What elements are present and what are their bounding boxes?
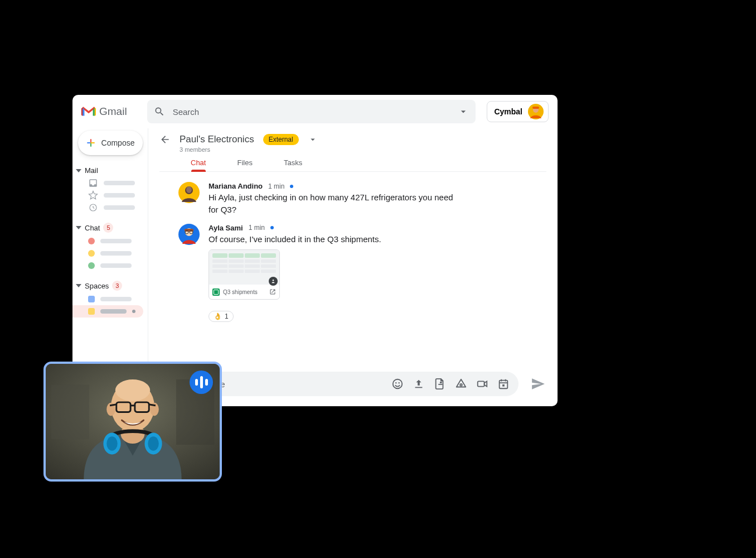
svg-point-15 xyxy=(399,382,400,383)
search-bar[interactable]: Search xyxy=(147,100,476,123)
audio-active-icon xyxy=(190,371,213,394)
send-icon[interactable] xyxy=(531,377,545,391)
brand-name: Gmail xyxy=(99,105,127,118)
status-dot-red xyxy=(88,238,95,244)
message-text: Hi Ayla, just checking in on how many 42… xyxy=(209,191,454,216)
svg-rect-19 xyxy=(502,384,505,387)
sheets-icon xyxy=(212,288,220,296)
search-placeholder: Search xyxy=(173,107,450,117)
caret-icon xyxy=(76,226,81,229)
mail-item-snoozed[interactable] xyxy=(72,201,148,214)
message-input[interactable]: New store xyxy=(178,372,518,396)
chevron-down-icon[interactable] xyxy=(308,134,318,145)
compose-button[interactable]: Compose xyxy=(78,131,143,155)
tab-tasks[interactable]: Tasks xyxy=(284,158,302,171)
chat-item-1[interactable] xyxy=(72,235,148,247)
unread-dot xyxy=(132,310,135,313)
sender-name: Mariana Andino xyxy=(209,182,263,190)
logo[interactable]: Gmail xyxy=(81,105,127,118)
mail-label: Mail xyxy=(85,166,98,175)
timestamp: 1 min xyxy=(249,224,265,232)
org-name: Cymbal xyxy=(494,107,522,116)
search-icon xyxy=(154,106,165,117)
star-icon xyxy=(88,190,98,200)
reaction-count: 1 xyxy=(225,312,229,320)
conversation-header: Paul's Electronics External 3 members Ch… xyxy=(148,128,558,172)
caret-icon xyxy=(76,169,81,172)
space-title: Paul's Electronics xyxy=(180,134,254,145)
svg-rect-18 xyxy=(500,381,508,389)
external-badge: External xyxy=(263,134,299,145)
chat-item-2[interactable] xyxy=(72,247,148,259)
svg-point-34 xyxy=(106,436,118,450)
inbox-icon xyxy=(88,178,98,188)
reaction-emoji: 👌 xyxy=(214,312,222,320)
clock-icon xyxy=(88,203,98,213)
docs-icon[interactable] xyxy=(434,378,446,390)
svg-rect-17 xyxy=(478,381,484,386)
avatar-ayla[interactable] xyxy=(178,224,200,245)
attachment-card[interactable]: Q3 shipments xyxy=(209,249,280,300)
svg-rect-2 xyxy=(532,107,539,109)
open-external-icon[interactable] xyxy=(269,288,276,295)
svg-point-13 xyxy=(393,379,403,389)
space-item-1[interactable] xyxy=(72,293,148,305)
space-icon-yellow xyxy=(88,308,95,315)
space-item-selected[interactable] xyxy=(72,305,143,318)
caret-icon xyxy=(76,284,81,287)
avatar-mariana[interactable] xyxy=(178,182,200,203)
emoji-icon[interactable] xyxy=(391,378,404,390)
message-item: Mariana Andino 1 min Hi Ayla, just check… xyxy=(178,182,543,216)
tab-files[interactable]: Files xyxy=(237,158,252,171)
topbar: Gmail Search Cymbal xyxy=(72,95,558,128)
tab-chat[interactable]: Chat xyxy=(191,158,206,171)
gmail-icon xyxy=(81,106,96,117)
svg-point-16 xyxy=(460,384,462,386)
chat-label: Chat xyxy=(85,224,100,232)
calendar-icon[interactable] xyxy=(497,378,510,390)
back-icon[interactable] xyxy=(159,134,171,145)
compose-label: Compose xyxy=(101,138,135,147)
svg-point-25 xyxy=(115,379,150,401)
members-count[interactable]: 3 members xyxy=(159,146,546,153)
status-dot-green xyxy=(88,262,95,269)
org-switcher[interactable]: Cymbal xyxy=(487,101,549,122)
video-icon[interactable] xyxy=(476,378,488,390)
spaces-badge: 3 xyxy=(112,281,122,291)
spaces-label: Spaces xyxy=(85,282,109,290)
sidebar-head-spaces[interactable]: Spaces 3 xyxy=(72,278,148,293)
drive-icon[interactable] xyxy=(455,378,467,390)
chat-item-3[interactable] xyxy=(72,259,148,272)
mail-item-inbox[interactable] xyxy=(72,177,148,189)
sidebar-section-spaces: Spaces 3 xyxy=(72,275,148,321)
svg-line-32 xyxy=(149,405,156,406)
svg-point-6 xyxy=(186,186,192,193)
search-dropdown-icon[interactable] xyxy=(458,106,469,117)
avatar[interactable] xyxy=(528,104,544,119)
timestamp: 1 min xyxy=(268,182,284,190)
message-list: Mariana Andino 1 min Hi Ayla, just check… xyxy=(148,172,558,366)
svg-rect-21 xyxy=(51,385,89,440)
chat-badge: 5 xyxy=(103,223,113,233)
sidebar-head-chat[interactable]: Chat 5 xyxy=(72,220,148,235)
svg-point-12 xyxy=(273,280,274,281)
sidebar-head-mail[interactable]: Mail xyxy=(72,164,148,177)
plus-icon xyxy=(86,138,96,148)
gmail-window: Gmail Search Cymbal xyxy=(72,95,558,406)
video-call-thumbnail[interactable] xyxy=(43,362,222,482)
svg-point-36 xyxy=(148,436,159,450)
tabs: Chat Files Tasks xyxy=(159,153,546,172)
svg-rect-9 xyxy=(185,229,193,232)
reaction-pill[interactable]: 👌 1 xyxy=(209,311,234,322)
space-icon-blue xyxy=(88,296,95,302)
unread-indicator xyxy=(290,185,293,188)
sidebar-section-mail: Mail xyxy=(72,161,148,217)
unread-indicator xyxy=(270,226,274,229)
upload-icon[interactable] xyxy=(413,378,425,390)
status-dot-yellow xyxy=(88,250,95,257)
attachment-name: Q3 shipments xyxy=(223,289,258,295)
svg-point-14 xyxy=(395,382,396,383)
mail-item-starred[interactable] xyxy=(72,189,148,201)
message-item: Ayla Sami 1 min Of course, I've included… xyxy=(178,224,543,300)
sender-name: Ayla Sami xyxy=(209,224,243,232)
